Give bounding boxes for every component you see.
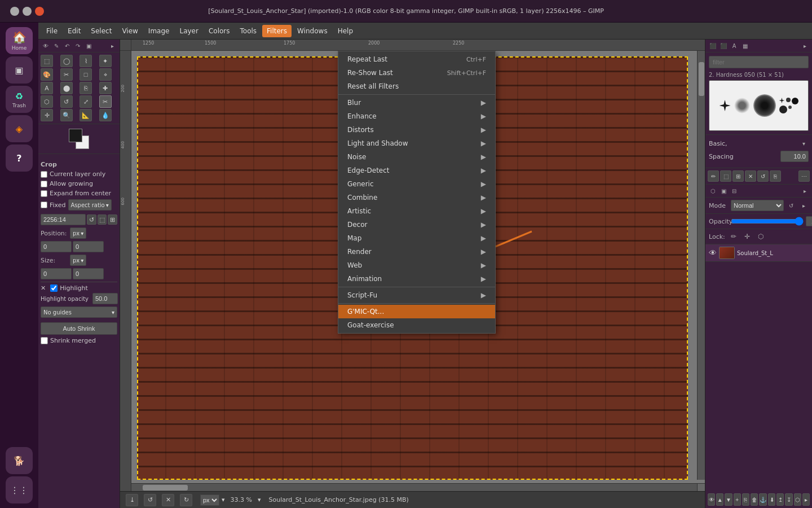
menu-combine[interactable]: Combine ▶ [338, 191, 495, 204]
dimensions-reset-btn[interactable]: ↺ [87, 214, 96, 225]
menu-select[interactable]: Select [86, 25, 116, 37]
menu-render[interactable]: Render ▶ [338, 245, 495, 259]
dimensions-input[interactable] [41, 214, 86, 225]
rp-btn-color1[interactable]: ⬛ [708, 41, 718, 51]
status-history-fwd-btn[interactable]: ↻ [180, 494, 192, 506]
rp-btn-color2[interactable]: ⬛ [718, 41, 729, 51]
lock-pixel-btn[interactable]: ✏ [729, 231, 739, 242]
scroll-thumb-vertical[interactable] [699, 62, 704, 96]
menu-enhance[interactable]: Enhance ▶ [338, 110, 495, 123]
layer-btn-add[interactable]: + [734, 493, 741, 506]
layers-panel-btn2[interactable]: ▣ [718, 186, 729, 196]
close-button[interactable] [35, 7, 44, 16]
opacity-input[interactable] [806, 216, 812, 226]
expand-from-center-checkbox[interactable] [41, 190, 47, 197]
rp-collapse-btn[interactable]: ▸ [800, 41, 810, 51]
dock-icon-apps[interactable]: ⋮⋮ [6, 476, 33, 503]
scroll-thumb-horizontal[interactable] [143, 485, 188, 491]
layer-btn-anchor[interactable]: ⚓ [759, 493, 767, 506]
tool-paint[interactable]: ⬤ [60, 82, 73, 94]
tool-fuzzy-select[interactable]: ✦ [99, 55, 112, 67]
menu-help[interactable]: Help [333, 25, 358, 37]
menu-reshow-last[interactable]: Re-Show Last Shift+Ctrl+F [338, 66, 495, 80]
status-history-back-btn[interactable]: ↺ [144, 494, 156, 506]
mode-select[interactable]: Normal [731, 200, 784, 211]
fixed-checkbox[interactable] [41, 202, 47, 208]
dock-icon-home[interactable]: 🏠 Home [6, 27, 33, 54]
canvas-scrollbar-vertical[interactable] [697, 51, 705, 480]
status-unit-select[interactable]: px [200, 494, 219, 506]
shrink-merged-checkbox[interactable] [41, 337, 48, 344]
position-y-input[interactable] [73, 241, 104, 252]
menu-edge-detect[interactable]: Edge-Detect ▶ [338, 164, 495, 177]
lock-position-btn[interactable]: ✛ [742, 231, 752, 242]
layer-btn-more2[interactable]: ↧ [785, 493, 792, 506]
menu-noise[interactable]: Noise ▶ [338, 150, 495, 164]
menu-script-fu[interactable]: Script-Fu ▶ [338, 288, 495, 302]
tool-clone[interactable]: ⎘ [80, 82, 92, 94]
highlight-checkbox[interactable] [50, 284, 58, 292]
panel-btn-display[interactable]: ▣ [83, 41, 94, 51]
menu-artistic[interactable]: Artistic ▶ [338, 204, 495, 218]
layer-btn-up[interactable]: ▲ [716, 493, 723, 506]
menu-colors[interactable]: Colors [204, 25, 235, 37]
menu-filters[interactable]: Filters [262, 25, 292, 37]
brush-refresh-icon[interactable]: ↺ [757, 170, 769, 182]
tool-zoom[interactable]: 🔍 [60, 109, 73, 121]
brush-filter-input[interactable] [709, 56, 809, 68]
spacing-input[interactable] [780, 151, 809, 162]
current-layer-only-checkbox[interactable] [41, 171, 47, 178]
dock-icon-files[interactable]: ♻ Trash [6, 86, 33, 113]
menu-layer[interactable]: Layer [175, 25, 202, 37]
menu-map[interactable]: Map ▶ [338, 231, 495, 245]
menu-animation[interactable]: Animation ▶ [338, 272, 495, 286]
canvas-scrollbar-horizontal[interactable] [131, 483, 697, 491]
dock-icon-help[interactable]: ? [6, 144, 33, 172]
layer-btn-eye[interactable]: 👁 [708, 493, 715, 506]
brush-copy-icon[interactable]: ⎘ [770, 170, 781, 182]
maximize-button[interactable] [23, 7, 32, 16]
lock-alpha-btn[interactable]: ⬡ [756, 231, 766, 242]
layers-collapse-btn[interactable]: ▸ [800, 186, 810, 196]
tool-text[interactable]: A [41, 82, 53, 94]
menu-decor[interactable]: Decor ▶ [338, 218, 495, 231]
mode-reset-btn[interactable]: ↺ [786, 200, 796, 211]
menu-windows[interactable]: Windows [293, 25, 332, 37]
size-unit-select[interactable]: px ▾ [70, 255, 86, 266]
opacity-slider[interactable] [731, 217, 804, 226]
position-x-input[interactable] [41, 241, 72, 252]
tool-color-picker[interactable]: 💧 [99, 109, 112, 121]
menu-image[interactable]: Image [144, 25, 174, 37]
status-zoom-out-btn[interactable]: ⤓ [126, 494, 138, 506]
brush-paint-icon[interactable]: ✏ [708, 170, 719, 182]
no-guides-dropdown[interactable]: No guides ▾ [41, 306, 117, 318]
tool-rotate[interactable]: ↺ [60, 95, 73, 108]
dimensions-copy-btn[interactable]: ⬚ [98, 214, 107, 225]
menu-file[interactable]: File [42, 25, 62, 37]
tool-select-by-color[interactable]: 🎨 [41, 68, 53, 81]
basic-expand-btn[interactable]: ▾ [798, 138, 809, 148]
tool-rect-select[interactable]: ⬚ [41, 55, 53, 67]
tool-move[interactable]: ✛ [41, 109, 53, 121]
minimize-button[interactable] [10, 7, 19, 16]
tool-ellipse-select[interactable]: ◯ [60, 55, 73, 67]
layer-btn-delete[interactable]: 🗑 [751, 493, 758, 506]
canvas-background[interactable]: Repeat Last Ctrl+F Re-Show Last Shift+Ct… [131, 51, 705, 491]
highlight-opacity-input[interactable] [92, 293, 118, 304]
brush-erase-icon[interactable]: ✕ [745, 170, 756, 182]
dock-icon-gimp[interactable]: 🐕 [6, 447, 33, 474]
layer-visibility-icon[interactable]: 👁 [709, 248, 717, 257]
position-unit-select[interactable]: px ▾ [70, 227, 86, 239]
layers-panel-btn3[interactable]: ⊟ [729, 186, 739, 196]
layers-panel-btn1[interactable]: ⬡ [708, 186, 718, 196]
mode-expand-btn[interactable]: ▸ [798, 200, 809, 211]
menu-generic[interactable]: Generic ▶ [338, 177, 495, 191]
dock-icon-software[interactable]: ◈ [6, 115, 33, 142]
brush-overflow-icon[interactable]: ⋯ [798, 170, 810, 182]
panel-btn-eye[interactable]: 👁 [41, 41, 51, 51]
brush-fill-icon[interactable]: ⬚ [720, 170, 731, 182]
panel-btn-refresh[interactable]: ↷ [73, 41, 83, 51]
panel-btn-pencil[interactable]: ✎ [51, 41, 61, 51]
rp-btn-text[interactable]: A [729, 41, 739, 51]
dock-icon-display[interactable]: ▣ [6, 56, 33, 84]
